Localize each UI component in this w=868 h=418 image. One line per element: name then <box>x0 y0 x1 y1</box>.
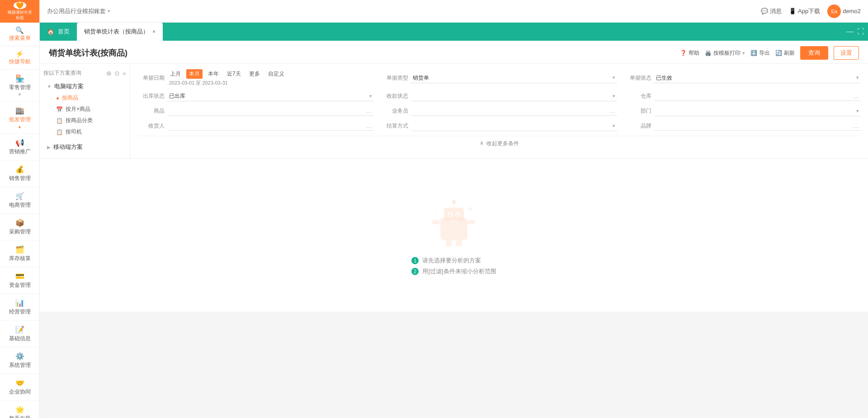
filter-brand: 品牌 … <box>624 122 861 131</box>
out-status-select-wrapper: 已出库 ▾ <box>167 91 374 101</box>
sidebar-item-system[interactable]: ⚙️ 系统管理 <box>0 347 39 374</box>
message-label: 消息 <box>770 7 782 15</box>
date-this-month[interactable]: 本月 <box>186 69 203 79</box>
workspace-selector[interactable]: 办公用品行业模拟账套 ▾ <box>47 7 110 15</box>
sidebar-item-finance[interactable]: 💳 资金管理 <box>0 267 39 294</box>
retail-arrow: ▼ <box>18 92 22 97</box>
tree-item-by-product[interactable]: ● 按商品 <box>52 92 126 104</box>
out-status-select[interactable]: 已出库 <box>167 91 374 101</box>
search-menu-btn[interactable]: 🔍 搜索菜单 <box>0 23 39 46</box>
type-label: 单据类型 <box>381 74 408 82</box>
settings-btn[interactable]: 设置 <box>834 46 859 60</box>
home-icon: 🏠 <box>47 28 54 35</box>
date-more[interactable]: 更多 <box>246 69 263 79</box>
refresh-icon: 🔄 <box>775 50 782 56</box>
date-7days[interactable]: 近7天 <box>224 69 244 79</box>
tab-maximize-btn[interactable]: ⛶ <box>857 28 864 36</box>
collect-status-select[interactable] <box>411 91 618 101</box>
type-select[interactable]: 销货单 <box>411 73 618 83</box>
warehouse-dots-btn[interactable]: … <box>853 93 859 100</box>
product-dots-btn[interactable]: … <box>366 108 372 114</box>
tab-home[interactable]: 🏠 首页 <box>40 23 77 41</box>
type-select-wrapper: 销货单 ▾ <box>411 73 618 83</box>
status-select[interactable]: 已生效 <box>654 73 861 83</box>
filter-row-1: 单据日期 上月 本月 本年 近7天 更多 自定义 20 <box>137 69 861 86</box>
sidebar-item-guide[interactable]: 🌟 新手引导 <box>0 401 39 418</box>
tree-children: ● 按商品 📅 按月+商品 📋 按商品分类 📋 <box>43 92 126 138</box>
salesman-dots-btn[interactable]: … <box>609 108 615 114</box>
tree-mobile-group[interactable]: ▶ 移动端方案 <box>43 141 126 153</box>
query-btn[interactable]: 查询 <box>800 46 828 60</box>
tree-settings-icon[interactable]: ⊙ <box>114 70 120 77</box>
quick-nav-btn[interactable]: ⚡ 快捷导航 <box>0 46 39 70</box>
message-btn[interactable]: 💬 消息 <box>761 7 782 15</box>
app-download-btn[interactable]: 📱 App下载 <box>789 7 820 15</box>
home-label: 首页 <box>58 28 70 36</box>
tree-add-icon[interactable]: ⊕ <box>106 70 112 77</box>
tree-panel: 按以下方案查询 ⊕ ⊙ « ▼ 电脑端方案 ● <box>40 64 130 158</box>
date-custom[interactable]: 自定义 <box>265 69 287 79</box>
date-range: 2023-03-01 至 2023-03-31 <box>167 80 374 86</box>
filter-row-3: 商品 … 业务员 <box>137 106 861 116</box>
sidebar-item-wholesale[interactable]: 🏬 批发管理 ▲ <box>0 102 39 134</box>
payment-control: ▾ <box>411 121 618 131</box>
collapse-btn[interactable]: ∧ 收起更多条件 <box>137 136 861 151</box>
sidebar-item-marketing[interactable]: 📢 营销推广 <box>0 134 39 161</box>
search-menu-label: 搜索菜单 <box>3 34 37 42</box>
tab-active[interactable]: 销货单统计表（按商品） × <box>77 23 163 41</box>
dept-select[interactable] <box>654 106 861 116</box>
sidebar-item-retail[interactable]: 🏪 零售管理 ▼ <box>0 70 39 102</box>
tab-minimize-btn[interactable]: — <box>846 28 854 36</box>
sidebar-item-sales[interactable]: 💰 销售管理 <box>0 161 39 187</box>
guide-label: 新手引导 <box>9 415 31 418</box>
header-right: 💬 消息 📱 App下载 Ea demo2 <box>761 5 861 18</box>
sidebar-item-ecommerce[interactable]: 🛒 电商管理 <box>0 187 39 214</box>
tree-item-by-month-product[interactable]: 📅 按月+商品 <box>52 104 126 115</box>
tree-item-by-cashier[interactable]: 📋 按司机 <box>52 126 126 138</box>
print-btn[interactable]: 🖨️ 按模板打印 ▾ <box>705 49 745 57</box>
recipient-control: … <box>167 122 374 131</box>
product-label: 商品 <box>137 107 165 115</box>
tree-item-by-category[interactable]: 📋 按商品分类 <box>52 115 126 126</box>
basics-icon: 📝 <box>15 325 24 334</box>
workspace-chevron: ▾ <box>108 8 110 14</box>
top-header: 办公用品行业模拟账套 ▾ 💬 消息 📱 App下载 Ea demo2 <box>40 0 868 23</box>
tab-close-btn[interactable]: × <box>152 28 156 35</box>
brand-dots-btn[interactable]: … <box>853 123 859 129</box>
export-icon: ⬇️ <box>750 50 757 56</box>
recipient-dots-btn[interactable]: … <box>366 123 372 129</box>
filter-product: 商品 … <box>137 107 374 116</box>
system-label: 系统管理 <box>9 361 31 369</box>
main-area: 办公用品行业模拟账套 ▾ 💬 消息 📱 App下载 Ea demo2 🏠 <box>40 0 868 418</box>
sidebar-item-basics[interactable]: 📝 基础信息 <box>0 321 39 347</box>
system-icon: ⚙️ <box>15 352 24 361</box>
operations-label: 经营管理 <box>9 308 31 316</box>
ecommerce-label: 电商管理 <box>9 201 31 209</box>
date-this-year[interactable]: 本年 <box>205 69 222 79</box>
payment-label: 结算方式 <box>381 122 408 130</box>
svg-rect-11 <box>456 239 462 247</box>
user-menu[interactable]: Ea demo2 <box>827 5 861 18</box>
print-chevron: ▾ <box>742 50 745 56</box>
guide-icon: 🌟 <box>15 405 24 414</box>
app-download-label: App下载 <box>798 7 820 15</box>
tree-collapse-icon[interactable]: « <box>123 70 126 77</box>
help-btn[interactable]: ❓ 帮助 <box>680 49 699 57</box>
payment-select[interactable] <box>411 121 618 131</box>
retail-icon: 🏪 <box>15 74 24 83</box>
finance-icon: 💳 <box>15 272 24 280</box>
export-btn[interactable]: ⬇️ 导出 <box>750 49 770 57</box>
purchase-icon: 📦 <box>15 218 24 227</box>
salesman-input-wrapper: … <box>411 107 618 116</box>
inventory-icon: 🗂️ <box>15 245 24 254</box>
sidebar-item-purchase[interactable]: 📦 采购管理 <box>0 214 39 241</box>
tree-pc-group[interactable]: ▼ 电脑端方案 <box>43 81 126 92</box>
app-logo[interactable]: 🧡 畅捷通好生意 标版 <box>0 0 39 23</box>
svg-text:✦: ✦ <box>434 211 437 216</box>
date-last-month[interactable]: 上月 <box>167 69 184 79</box>
sidebar-item-inventory[interactable]: 🗂️ 库存核算 <box>0 241 39 267</box>
sidebar-item-enterprise[interactable]: 🤝 企业协同 <box>0 374 39 401</box>
sidebar-item-operations[interactable]: 📊 经营管理 <box>0 294 39 321</box>
date-control: 上月 本月 本年 近7天 更多 自定义 2023-03-01 至 2023-03… <box>167 69 374 86</box>
refresh-btn[interactable]: 🔄 刷新 <box>775 49 795 57</box>
